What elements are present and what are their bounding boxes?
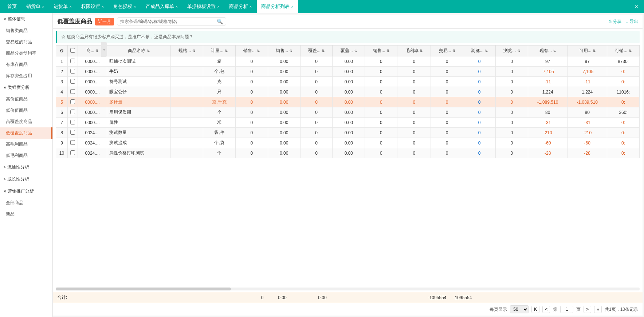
row-name[interactable]: 属性价格打印测试 [107, 148, 171, 158]
row-browse1[interactable]: 0 [463, 118, 496, 128]
nav-tab-purchase[interactable]: 进货单 × [49, 0, 76, 13]
sidebar-item-new-goods[interactable]: 新品 [0, 209, 52, 220]
row-checkbox-cell[interactable] [68, 56, 78, 67]
sidebar-section-overview[interactable]: ∨ 整体信息 [0, 13, 52, 25]
row-checkbox[interactable] [70, 99, 75, 104]
sidebar-item-sales-goods[interactable]: 销售类商品 [0, 25, 52, 36]
row-checkbox[interactable] [70, 110, 75, 114]
sidebar-section-marketing[interactable]: ∨ 营销推广分析 [0, 185, 52, 197]
row-checkbox-cell[interactable] [68, 118, 78, 128]
row-browse1[interactable]: 0 [463, 56, 496, 67]
row-checkbox[interactable] [70, 140, 75, 145]
row-name[interactable]: 牛奶 [107, 67, 171, 77]
row-checkbox-cell[interactable] [68, 77, 78, 87]
close-tab-sales[interactable]: × [42, 4, 44, 9]
row-browse1[interactable]: 0 [463, 87, 496, 97]
last-page-button[interactable]: » [594, 306, 602, 313]
row-checkbox-cell[interactable] [68, 148, 78, 158]
nav-tab-role[interactable]: 角色授权 × [109, 0, 140, 13]
row-browse1[interactable]: 0 [463, 77, 496, 87]
sidebar-item-low-value[interactable]: 低价值商品 [0, 105, 52, 116]
search-icon[interactable]: 🔍 [217, 19, 223, 24]
next-page-button[interactable]: > [584, 306, 591, 313]
sidebar-collapse-button[interactable]: « [101, 42, 107, 57]
row-browse1[interactable]: 0 [463, 97, 496, 107]
row-browse1[interactable]: 0 [463, 107, 496, 118]
share-button[interactable]: ⎙ 分享 [609, 19, 621, 25]
nav-tab-product-analysis-list[interactable]: 商品分析列表 × [257, 0, 298, 13]
close-all-tabs-button[interactable]: × [632, 3, 641, 10]
row-checkbox[interactable] [70, 79, 75, 84]
page-size-select[interactable]: 50 100 200 [510, 305, 529, 313]
close-tab-permission[interactable]: × [102, 4, 104, 9]
sidebar-section-growth[interactable]: > 成长性分析 [0, 173, 52, 185]
sidebar-item-low-coverage[interactable]: 低覆盖度商品 [0, 127, 52, 139]
row-name[interactable]: 启用保质期 [107, 107, 171, 118]
scrollbar-thumb[interactable] [56, 288, 231, 290]
sidebar-item-low-gross[interactable]: 低毛利商品 [0, 150, 52, 161]
row-browse1[interactable]: 0 [463, 148, 496, 158]
page-number-input[interactable] [560, 306, 573, 313]
horizontal-scrollbar[interactable] [56, 288, 640, 290]
row-name[interactable]: 属性 [107, 118, 171, 128]
sidebar-section-freshness[interactable]: ∨ 类鲜度分析 [0, 82, 52, 94]
row-gross-rate: 0 [397, 87, 431, 97]
row-checkbox[interactable] [70, 120, 75, 124]
sidebar-item-stock-fund[interactable]: 库存资金占用 [0, 70, 52, 82]
close-tab-role[interactable]: × [134, 4, 136, 9]
row-browse1[interactable]: 0 [463, 128, 496, 138]
nav-tab-product-warehouse[interactable]: 产成品入库单 × [141, 0, 182, 13]
nav-tab-sales[interactable]: 销货单 × [22, 0, 48, 13]
sidebar-section-circulation[interactable]: > 流通性分析 [0, 161, 52, 173]
row-name[interactable]: 多计量 [107, 97, 171, 107]
sidebar-item-high-coverage[interactable]: 高覆盖度商品 [0, 116, 52, 127]
row-checkbox-cell[interactable] [68, 138, 78, 148]
close-tab-purchase[interactable]: × [69, 4, 71, 9]
row-checkbox-cell[interactable] [68, 128, 78, 138]
row-name[interactable]: 眼宝公仔 [107, 87, 171, 97]
first-page-button[interactable]: K [531, 306, 539, 313]
row-checkbox-cell[interactable] [68, 67, 78, 77]
sidebar-item-traded-goods[interactable]: 交易过的商品 [0, 36, 52, 48]
row-name[interactable]: 旺辅批次测试 [107, 56, 171, 67]
row-checkbox[interactable] [70, 59, 75, 63]
sidebar-item-high-value[interactable]: 高价值商品 [0, 94, 52, 105]
nav-tab-product-analysis[interactable]: 商品分析 × [225, 0, 256, 13]
export-button[interactable]: ↓ 导出 [626, 19, 638, 25]
row-name[interactable]: 符号测试 [107, 77, 171, 87]
row-cover-count: 0 [300, 118, 333, 128]
row-checkbox-cell[interactable] [68, 107, 78, 118]
row-checkbox[interactable] [70, 69, 75, 74]
row-name[interactable]: 测试数量 [107, 128, 171, 138]
search-input[interactable] [120, 19, 215, 24]
select-all-checkbox[interactable] [70, 48, 75, 53]
row-cover-count: 0 [300, 128, 333, 138]
prev-page-button[interactable]: < [542, 306, 550, 313]
row-sales-amt: 0.00 [268, 107, 300, 118]
row-browse2: 0 [496, 56, 528, 67]
row-checkbox-cell[interactable] [68, 97, 78, 107]
sidebar-item-category-sales-rate[interactable]: 商品分类动销率 [0, 48, 52, 59]
sidebar-item-high-gross[interactable]: 高毛利商品 [0, 139, 52, 150]
nav-tab-home[interactable]: 首页 [3, 0, 21, 13]
close-tab-template[interactable]: × [217, 4, 219, 9]
close-tab-product-analysis[interactable]: × [250, 4, 252, 9]
row-browse1[interactable]: 0 [463, 138, 496, 148]
row-browse1[interactable]: 0 [463, 67, 496, 77]
period-button[interactable]: 近一月 [95, 18, 114, 25]
col-checkbox-header[interactable] [68, 45, 78, 56]
nav-tab-permission[interactable]: 权限设置 × [77, 0, 108, 13]
nav-tab-template[interactable]: 单据模板设置 × [183, 0, 224, 13]
close-tab-product-analysis-list[interactable]: × [291, 4, 293, 9]
row-checkbox[interactable] [70, 130, 75, 135]
col-settings[interactable]: ⚙ [56, 45, 68, 56]
row-checkbox-cell[interactable] [68, 87, 78, 97]
row-checkbox[interactable] [70, 150, 75, 155]
row-code: 0024.... [78, 128, 107, 138]
sidebar-item-stocked-goods[interactable]: 有库存商品 [0, 59, 52, 70]
close-tab-product-warehouse[interactable]: × [176, 4, 178, 9]
sidebar-item-all-goods[interactable]: 全部商品 [0, 197, 52, 209]
row-checkbox[interactable] [70, 89, 75, 94]
table-row: 1 0000.... 旺辅批次测试 箱 0 0.00 0 0.00 0 0 0 … [56, 56, 640, 67]
row-name[interactable]: 测试提成 [107, 138, 171, 148]
